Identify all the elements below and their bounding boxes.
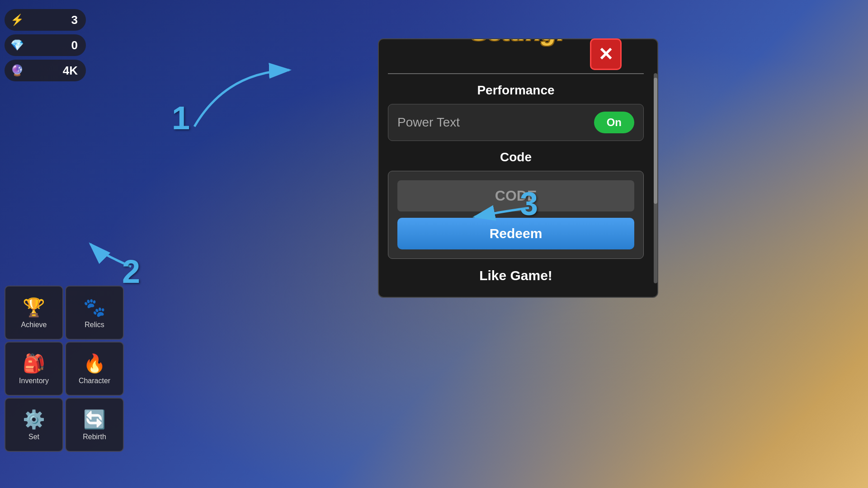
- achieve-label: Achieve: [21, 321, 47, 329]
- settings-modal: Setting! Performance Power Text On Code …: [378, 38, 658, 298]
- modal-scrollbar[interactable]: [654, 73, 657, 283]
- rebirth-button[interactable]: 🔄 Rebirth: [65, 398, 124, 452]
- modal-divider: [388, 73, 644, 74]
- close-button[interactable]: ✕: [590, 38, 622, 70]
- energy-value: 3: [71, 13, 78, 27]
- hud-panel: ⚡ 3 💎 0 🔮 4K: [5, 9, 86, 81]
- close-icon: ✕: [598, 45, 613, 63]
- code-input[interactable]: [397, 180, 634, 211]
- relics-icon: 🐾: [83, 297, 106, 318]
- power-text-toggle[interactable]: On: [594, 112, 634, 133]
- power-text-label: Power Text: [397, 115, 460, 130]
- like-game-label: Like Game!: [379, 268, 653, 283]
- character-icon: 🔥: [83, 353, 106, 374]
- character-button[interactable]: 🔥 Character: [65, 342, 124, 396]
- modal-scrollbar-thumb: [654, 78, 657, 204]
- set-button[interactable]: ⚙️ Set: [5, 398, 63, 452]
- character-label: Character: [79, 377, 110, 385]
- inventory-icon: 🎒: [23, 353, 45, 374]
- modal-title: Setting!: [471, 38, 565, 46]
- energy-hud-item: ⚡ 3: [5, 9, 86, 31]
- gems-icon: 💎: [9, 37, 25, 53]
- code-input-box: Redeem: [388, 171, 644, 259]
- achieve-icon: 🏆: [23, 297, 45, 318]
- rebirth-label: Rebirth: [83, 433, 106, 441]
- gems-hud-item: 💎 0: [5, 34, 86, 56]
- set-label: Set: [28, 433, 39, 441]
- redeem-button[interactable]: Redeem: [397, 218, 634, 249]
- crystals-icon: 🔮: [9, 62, 25, 79]
- modal-inner: Performance Power Text On Code Redeem Li…: [379, 73, 657, 283]
- set-icon: ⚙️: [23, 409, 45, 430]
- code-section: Redeem: [388, 171, 644, 259]
- rebirth-icon: 🔄: [83, 409, 106, 430]
- crystals-hud-item: 🔮 4K: [5, 60, 86, 81]
- inventory-label: Inventory: [19, 377, 49, 385]
- crystals-value: 4K: [63, 64, 78, 78]
- nav-grid: 🏆 Achieve 🐾 Relics 🎒 Inventory 🔥 Charact…: [5, 286, 124, 452]
- performance-section-label: Performance: [379, 83, 653, 98]
- relics-label: Relics: [85, 321, 104, 329]
- inventory-button[interactable]: 🎒 Inventory: [5, 342, 63, 396]
- gems-value: 0: [71, 38, 78, 52]
- energy-icon: ⚡: [9, 12, 25, 28]
- achieve-button[interactable]: 🏆 Achieve: [5, 286, 63, 340]
- power-text-row: Power Text On: [388, 104, 644, 141]
- relics-button[interactable]: 🐾 Relics: [65, 286, 124, 340]
- code-section-label: Code: [379, 150, 653, 164]
